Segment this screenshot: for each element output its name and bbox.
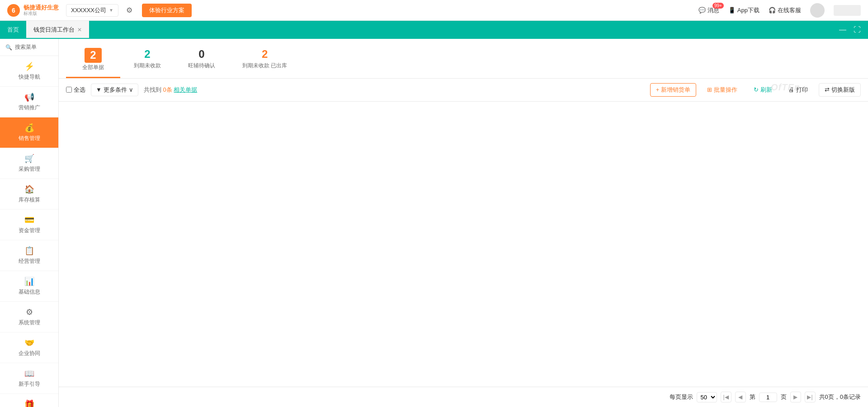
filter-icon: ▼ [96,86,102,93]
sidebar-item-finance[interactable]: 💳 资金管理 [0,210,58,240]
company-dropdown-arrow: ▼ [109,8,113,13]
last-page-button[interactable]: ▶| [805,392,816,402]
finance-label: 资金管理 [19,227,40,234]
settings-button[interactable]: ⚙ [122,3,137,18]
online-service-icon: 🎧 [769,7,776,14]
sidebar-item-sales[interactable]: 💰 销售管理 [0,117,58,148]
sidebar-item-system[interactable]: ⚙ 系统管理 [0,302,58,332]
filter-btn-label: 更多条件 [104,86,127,94]
page-unit: 页 [781,393,787,401]
print-icon: 🖨 [788,86,794,93]
operations-icon: 📋 [24,246,34,256]
tab-bar: 首页 钱货日清工作台 ✕ — ⛶ [0,21,868,39]
select-all-checkbox[interactable]: 全选 [66,86,85,94]
marketing-label: 营销推广 [19,104,40,112]
avatar[interactable] [810,3,825,18]
first-page-button[interactable]: |◀ [721,392,731,402]
stat-tab-all[interactable]: 2 全部单据 [66,44,120,78]
sales-label: 销售管理 [19,135,40,142]
trial-button[interactable]: 体验行业方案 [142,4,192,17]
stat-label-wangfu: 旺辅待确认 [188,62,215,70]
found-prefix: 共找到 [144,86,161,93]
switch-version-button[interactable]: ⇄ 切换新版 [819,83,861,97]
next-page-button[interactable]: ▶ [790,392,801,402]
tab-minimize-icon[interactable]: — [837,24,848,36]
collab-icon: 🤝 [24,338,34,348]
app-download-label: App下载 [737,6,760,14]
message-badge: 99+ [712,3,724,9]
message-button[interactable]: 💬 消息 99+ [698,6,719,14]
tab-close-icon[interactable]: ✕ [77,27,82,33]
pagination-summary: 共0页，0条记录 [819,393,861,401]
stat-num-overdue: 2 [144,48,150,61]
found-count: 0条 [163,86,172,93]
inventory-icon: 🏠 [24,184,34,194]
sidebar-item-guide[interactable]: 📖 新手引导 [0,363,58,394]
stat-tab-overdue[interactable]: 2 到期未收款 [120,44,175,78]
per-page-label: 每页显示 [670,393,693,401]
marketing-icon: 📢 [24,92,34,102]
stat-label-overdue-shipped: 到期未收款 已出库 [242,62,287,70]
sidebar-item-collab[interactable]: 🤝 企业协同 [0,332,58,363]
stats-tabs-row: 2 全部单据 2 到期未收款 0 旺辅待确认 2 到期未收款 已出库 [66,44,861,78]
select-all-label: 全选 [74,86,85,94]
toolbar-right: + 新增销货单 ⊞ 批量操作 ↻ 刷新 🖨 打印 ⇄ 切换新版 [650,83,861,97]
sidebar-item-basic-info[interactable]: 📊 基础信息 [0,271,58,302]
print-button[interactable]: 🖨 打印 [783,84,813,96]
tab-home[interactable]: 首页 [0,21,26,39]
operations-label: 经营管理 [19,257,40,265]
tab-maximize-icon[interactable]: ⛶ [852,24,863,36]
batch-label: 批量操作 [714,86,737,94]
refresh-label: 刷新 [760,86,772,94]
message-icon: 💬 [698,7,706,14]
content-area: 2 全部单据 2 到期未收款 0 旺辅待确认 2 到期未收款 已出库 [59,39,868,407]
sidebar: 🔍 搜索菜单 ⚡ 快捷导航 📢 营销推广 💰 销售管理 🛒 采购管理 🏠 库存核… [0,39,59,407]
finance-icon: 💳 [24,215,34,225]
basic-info-label: 基础信息 [19,288,40,296]
page-input[interactable]: 1 [759,393,777,402]
sidebar-item-purchase[interactable]: 🛒 采购管理 [0,148,58,179]
logo-icon: 6 [7,4,20,17]
related-link[interactable]: 相关单据 [174,86,197,93]
online-service-button[interactable]: 🎧 在线客服 [769,6,801,14]
stat-tab-wangfu[interactable]: 0 旺辅待确认 [175,44,229,78]
top-header: 6 畅捷通好生意 标准版 XXXXXX公司 ▼ ⚙ 体验行业方案 💬 消息 99… [0,0,868,21]
search-icon: 🔍 [5,44,12,51]
system-label: 系统管理 [19,319,40,327]
table-area [59,102,868,387]
tab-work-bench[interactable]: 钱货日清工作台 ✕ [26,21,89,39]
purchase-icon: 🛒 [24,154,34,164]
select-all-input[interactable] [66,87,72,93]
sidebar-item-operations[interactable]: 📋 经营管理 [0,240,58,271]
add-order-button[interactable]: + 新增销货单 [650,83,696,97]
logo-sub: 标准版 [24,11,59,16]
sidebar-item-app-center[interactable]: 🎁 应用中心 [0,394,58,407]
app-download-button[interactable]: 📱 App下载 [728,6,760,14]
per-page-select[interactable]: 50 [697,392,717,402]
refresh-button[interactable]: ↻ 刷新 [748,84,778,96]
batch-operation-button[interactable]: ⊞ 批量操作 [702,84,743,96]
sidebar-item-marketing[interactable]: 📢 营销推广 [0,87,58,117]
sidebar-item-inventory[interactable]: 🏠 库存核算 [0,179,58,210]
sidebar-search[interactable]: 🔍 搜索菜单 [0,39,58,56]
filter-dropdown-icon: ∨ [129,86,133,93]
user-name-area [834,5,861,16]
filter-button[interactable]: ▼ 更多条件 ∨ [91,84,138,96]
sidebar-item-quick-nav[interactable]: ⚡ 快捷导航 [0,56,58,87]
stat-num-overdue-shipped: 2 [262,48,268,61]
inventory-label: 库存核算 [19,196,40,204]
stat-tab-overdue-shipped[interactable]: 2 到期未收款 已出库 [229,44,301,78]
page-text: 第 [750,393,755,401]
logo-main: 畅捷通好生意 [24,4,59,11]
stat-label-overdue: 到期未收款 [134,62,161,70]
system-icon: ⚙ [26,307,33,317]
company-name: XXXXXX公司 [71,6,106,14]
batch-icon: ⊞ [707,86,712,93]
company-selector[interactable]: XXXXXX公司 ▼ [66,4,118,17]
stat-label-all: 全部单据 [82,64,104,71]
toolbar: 全选 ▼ 更多条件 ∨ 共找到 0条 相关单据 + 新增销货单 ⊞ 批量操作 ↻ [59,79,868,102]
quick-nav-label: 快捷导航 [19,73,40,81]
guide-label: 新手引导 [19,380,40,388]
collab-label: 企业协同 [19,350,40,357]
prev-page-button[interactable]: ◀ [735,392,746,402]
